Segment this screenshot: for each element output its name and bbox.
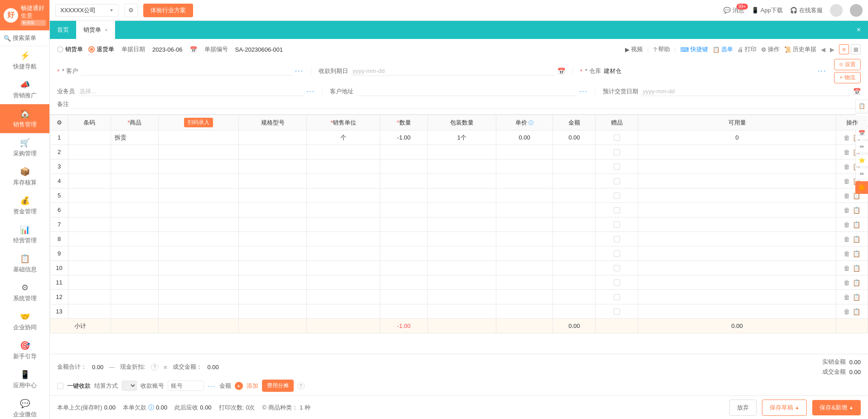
row-qty-1[interactable]: -1.00 xyxy=(380,130,428,145)
row-amount-6[interactable] xyxy=(553,203,596,217)
row-qty-11[interactable] xyxy=(380,275,428,290)
row-copy-6[interactable]: 📋 xyxy=(853,207,860,214)
row-pkg-qty-11[interactable] xyxy=(427,275,496,290)
sidebar-item-sales[interactable]: 🏠 销售管理 xyxy=(0,104,49,133)
salesperson-select-icon[interactable]: ··· xyxy=(306,87,315,96)
row-gift-1[interactable] xyxy=(596,130,638,145)
row-pkg-qty-1[interactable]: 1个 xyxy=(427,130,496,145)
row-unit-5[interactable] xyxy=(307,188,380,203)
trial-button[interactable]: 体验行业方案 xyxy=(143,4,193,17)
row-pkg-qty-7[interactable] xyxy=(427,217,496,232)
row-gift-3[interactable] xyxy=(596,159,638,174)
row-delete-2[interactable]: 🗑 xyxy=(844,149,850,156)
row-delete-6[interactable]: 🗑 xyxy=(844,207,850,214)
row-amount-12[interactable] xyxy=(553,290,596,304)
add-payment-button[interactable]: + xyxy=(235,382,243,390)
delivery-calendar-icon[interactable]: 📅 xyxy=(853,88,861,95)
pay-method-select[interactable] xyxy=(121,380,137,391)
row-gift-11[interactable] xyxy=(596,275,638,290)
discount-help-icon[interactable]: ? xyxy=(151,363,158,371)
row-price-11[interactable] xyxy=(496,275,553,290)
row-unit-9[interactable] xyxy=(307,246,380,261)
address-select-icon[interactable]: ··· xyxy=(579,87,588,96)
row-amount-11[interactable] xyxy=(553,275,596,290)
row-amount-2[interactable] xyxy=(553,145,596,159)
row-spec-3[interactable] xyxy=(238,159,307,174)
grid-view-btn[interactable]: ⊞ xyxy=(851,44,861,54)
row-unit-3[interactable] xyxy=(307,159,380,174)
notes-input[interactable] xyxy=(72,100,861,109)
row-spec-6[interactable] xyxy=(238,203,307,217)
row-unit-13[interactable] xyxy=(307,304,380,319)
avatar2[interactable] xyxy=(850,4,863,17)
customer-select-icon[interactable]: ··· xyxy=(295,67,304,75)
row-amount-8[interactable] xyxy=(553,232,596,246)
tab-close-icon[interactable]: × xyxy=(105,27,107,33)
row-delete-9[interactable]: 🗑 xyxy=(844,250,850,257)
rf-btn-4[interactable]: ✏ xyxy=(855,140,868,153)
row-product-5[interactable] xyxy=(111,188,158,203)
row-unit-11[interactable] xyxy=(307,275,380,290)
sidebar-search[interactable]: 🔍 搜索菜单 xyxy=(0,30,49,46)
row-product-7[interactable] xyxy=(111,217,158,232)
row-price-9[interactable] xyxy=(496,246,553,261)
row-gift-4[interactable] xyxy=(596,174,638,188)
row-copy-7[interactable]: 📋 xyxy=(853,221,860,228)
abandon-button[interactable]: 放弃 xyxy=(729,400,756,416)
select-order-btn[interactable]: 📋 选单 xyxy=(713,45,733,53)
row-amount-3[interactable] xyxy=(553,159,596,174)
row-barcode-8[interactable] xyxy=(68,232,111,246)
row-pkg-qty-3[interactable] xyxy=(427,159,496,174)
row-spec-11[interactable] xyxy=(238,275,307,290)
row-pkg-qty-9[interactable] xyxy=(427,246,496,261)
row-delete-4[interactable]: 🗑 xyxy=(844,178,850,185)
row-qty-2[interactable] xyxy=(380,145,428,159)
row-product-8[interactable] xyxy=(111,232,158,246)
col-settings-header[interactable]: ⚙ xyxy=(50,115,68,130)
row-price-10[interactable] xyxy=(496,261,553,275)
sidebar-item-operations[interactable]: 📊 经营管理 xyxy=(0,220,49,249)
row-unit-12[interactable] xyxy=(307,290,380,304)
row-product-3[interactable] xyxy=(111,159,158,174)
row-barcode-11[interactable] xyxy=(68,275,111,290)
row-amount-1[interactable]: 0.00 xyxy=(553,130,596,145)
row-product-4[interactable] xyxy=(111,174,158,188)
row-gift-9[interactable] xyxy=(596,246,638,261)
video-btn[interactable]: ▶ 视频 xyxy=(625,45,643,53)
customer-input[interactable] xyxy=(81,67,292,76)
row-barcode-2[interactable] xyxy=(68,145,111,159)
row-unit-1[interactable]: 个 xyxy=(307,130,380,145)
calendar-icon[interactable]: 📅 xyxy=(190,46,197,53)
row-delete-8[interactable]: 🗑 xyxy=(844,236,850,243)
row-price-12[interactable] xyxy=(496,290,553,304)
row-spec-2[interactable] xyxy=(238,145,307,159)
row-barcode-10[interactable] xyxy=(68,261,111,275)
payment-calendar-icon[interactable]: 📅 xyxy=(558,67,565,75)
row-delete-1[interactable]: 🗑 xyxy=(844,134,850,141)
row-price-1[interactable]: 0.00 xyxy=(496,130,553,145)
row-delete-3[interactable]: 🗑 xyxy=(844,163,850,170)
shortcut-btn[interactable]: ⌨ 快捷键 xyxy=(680,45,708,53)
row-copy-11[interactable]: 📋 xyxy=(853,279,860,286)
sidebar-item-inventory[interactable]: 📦 库存核算 xyxy=(0,162,49,191)
sidebar-item-capital[interactable]: 💰 资金管理 xyxy=(0,191,49,220)
row-copy-12[interactable]: 📋 xyxy=(853,294,860,301)
row-gift-13[interactable] xyxy=(596,304,638,319)
rf-btn-orange[interactable]: 🟠 xyxy=(855,181,868,194)
sidebar-item-quick-nav[interactable]: ⚡ 快捷导航 xyxy=(0,46,49,75)
row-product-10[interactable] xyxy=(111,261,158,275)
row-delete-5[interactable]: 🗑 xyxy=(844,192,850,199)
history-btn[interactable]: 📜 历史单据 xyxy=(784,45,816,53)
save-new-button[interactable]: 保存&新增 ▲ xyxy=(812,400,861,415)
row-product-6[interactable] xyxy=(111,203,158,217)
row-amount-9[interactable] xyxy=(553,246,596,261)
one-click-pay-checkbox[interactable] xyxy=(57,383,63,389)
settings-gear-button[interactable]: ⚙ xyxy=(124,4,138,17)
row-gift-12[interactable] xyxy=(596,290,638,304)
list-view-btn[interactable]: ≡ xyxy=(839,44,849,54)
row-product-9[interactable] xyxy=(111,246,158,261)
row-unit-10[interactable] xyxy=(307,261,380,275)
row-delete-11[interactable]: 🗑 xyxy=(844,279,850,286)
row-qty-10[interactable] xyxy=(380,261,428,275)
row-amount-13[interactable] xyxy=(553,304,596,319)
